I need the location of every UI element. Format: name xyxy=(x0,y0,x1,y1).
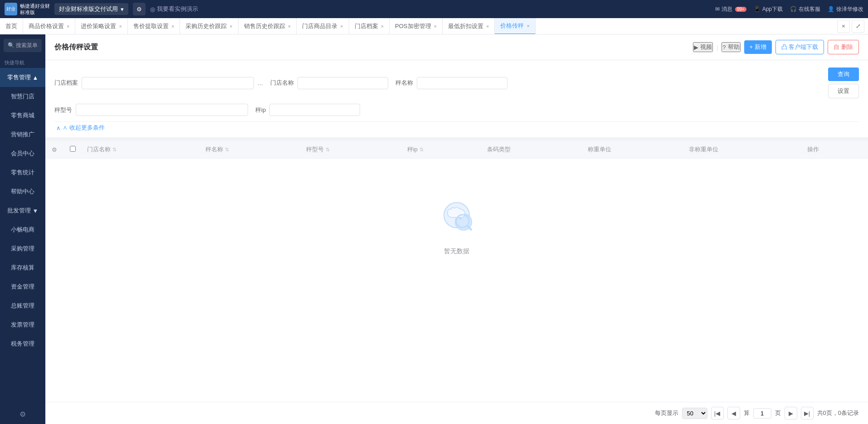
sidebar-item-label: 智慧门店 xyxy=(11,92,34,101)
tab-price-transfer[interactable]: 价格传秤 × xyxy=(495,18,535,34)
scale-name-input[interactable] xyxy=(417,77,507,89)
app-download-button[interactable]: 📱 App下载 xyxy=(754,5,783,13)
th-store-name: 门店名称 ⇅ xyxy=(82,141,200,159)
sidebar-item-label: 零售管理 xyxy=(7,73,31,82)
sort-scale-ip-icon[interactable]: ⇅ xyxy=(419,147,424,153)
sidebar-item-ledger[interactable]: 总账管理 xyxy=(0,296,45,315)
sidebar-item-label: 会员中心 xyxy=(11,149,34,158)
question-icon: ? xyxy=(722,44,726,51)
sidebar-item-help[interactable]: 帮助中心 xyxy=(0,182,45,201)
sidebar-item-mini-ec[interactable]: 小畅电商 xyxy=(0,220,45,239)
sidebar-item-finance[interactable]: 资金管理 xyxy=(0,277,45,296)
sidebar-item-label: 零售统计 xyxy=(11,169,34,177)
page-unit-label: 页 xyxy=(775,409,781,417)
page-number-input[interactable] xyxy=(753,408,771,419)
sidebar-item-label: 库存核算 xyxy=(11,264,34,272)
sidebar-item-inventory[interactable]: 库存核算 xyxy=(0,258,45,277)
tab-close-purchase-strategy[interactable]: × xyxy=(119,24,122,29)
tab-store-profile[interactable]: 门店档案 × xyxy=(349,18,390,34)
tab-pos-security[interactable]: POS加密管理 × xyxy=(390,18,443,34)
sort-scale-model-icon[interactable]: ⇅ xyxy=(326,147,330,153)
tab-purchase-history[interactable]: 采购历史价跟踪 × xyxy=(180,18,238,34)
tab-close-sale-extract[interactable]: × xyxy=(171,24,174,29)
top-right-area: ✉ 消息 99+ 📱 App下载 🎧 在线客服 👤 徐泽华修改 xyxy=(715,5,863,13)
sort-scale-name-icon[interactable]: ⇅ xyxy=(225,147,229,153)
online-service-button[interactable]: 🎧 在线客服 xyxy=(790,5,820,13)
first-page-button[interactable]: |◀ xyxy=(711,407,724,419)
empty-text: 暂无数据 xyxy=(444,247,469,255)
add-button[interactable]: + 新增 xyxy=(744,40,772,54)
sidebar-item-retail-mall[interactable]: 零售商城 xyxy=(0,106,45,125)
sidebar-settings-button[interactable]: ⚙ xyxy=(0,405,45,424)
last-page-button[interactable]: ▶| xyxy=(801,407,814,419)
empty-icon xyxy=(434,195,479,240)
scale-model-label: 秤型号 xyxy=(54,106,72,114)
first-page-icon: |◀ xyxy=(714,410,720,417)
sidebar-item-label: 资金管理 xyxy=(11,283,34,291)
demo-button[interactable]: ◎ 我要看实例演示 xyxy=(150,5,198,13)
settings-icon[interactable]: ⚙ xyxy=(133,3,146,15)
sidebar-item-purchase[interactable]: 采购管理 xyxy=(0,239,45,258)
video-button[interactable]: ▶ 视频 xyxy=(693,42,713,52)
tab-sale-history[interactable]: 销售历史价跟踪 × xyxy=(239,18,297,34)
sidebar-item-label: 营销推广 xyxy=(11,130,34,139)
sidebar-item-retail[interactable]: 零售管理 ▲ xyxy=(0,68,45,87)
query-button[interactable]: 查询 xyxy=(828,67,859,81)
tab-close-pos-security[interactable]: × xyxy=(434,24,437,29)
tab-close-price-settings[interactable]: × xyxy=(67,24,69,29)
tab-close-sale-history[interactable]: × xyxy=(288,24,291,29)
filter-scale-name: 秤名称 xyxy=(395,77,507,89)
tab-close-store-catalog[interactable]: × xyxy=(340,24,343,29)
filter-row-2: 秤型号 秤ip xyxy=(54,104,859,116)
message-button[interactable]: ✉ 消息 99+ xyxy=(715,5,746,13)
sidebar-item-tax[interactable]: 税务管理 xyxy=(0,334,45,353)
th-weight-unit: 称重单位 xyxy=(582,141,683,159)
store-profile-input[interactable] xyxy=(82,77,254,89)
sort-store-name-icon[interactable]: ⇅ xyxy=(112,147,117,153)
scale-ip-input[interactable] xyxy=(269,104,360,116)
sidebar-nav-label: 快捷导航 xyxy=(0,57,45,68)
next-page-button[interactable]: ▶ xyxy=(785,407,797,419)
filter-scale-model: 秤型号 xyxy=(54,104,248,116)
store-name-input[interactable] xyxy=(297,77,388,89)
sidebar-item-smart-store[interactable]: 智慧门店 xyxy=(0,87,45,106)
gear-icon[interactable]: ⚙ xyxy=(52,146,57,153)
sidebar: 🔍 搜索菜单 快捷导航 零售管理 ▲ 智慧门店 零售商城 营销推广 会员中心 零… xyxy=(0,34,45,424)
tab-close-purchase-history[interactable]: × xyxy=(229,24,232,29)
set-button[interactable]: 设置 xyxy=(828,84,859,98)
tab-close-store-profile[interactable]: × xyxy=(381,24,384,29)
sidebar-item-marketing[interactable]: 营销推广 xyxy=(0,125,45,144)
sidebar-item-label: 零售商城 xyxy=(11,111,34,120)
tab-home[interactable]: 首页 xyxy=(0,18,23,34)
tab-sale-extract[interactable]: 售价提取设置 × xyxy=(128,18,180,34)
tab-store-catalog[interactable]: 门店商品目录 × xyxy=(297,18,349,34)
tab-close-min-discount[interactable]: × xyxy=(486,24,489,29)
scale-model-input[interactable] xyxy=(76,104,248,116)
tab-min-discount[interactable]: 最低折扣设置 × xyxy=(443,18,495,34)
sidebar-item-invoice[interactable]: 发票管理 xyxy=(0,315,45,334)
scale-ip-label: 秤ip xyxy=(255,106,266,114)
main-layout: 🔍 搜索菜单 快捷导航 零售管理 ▲ 智慧门店 零售商城 营销推广 会员中心 零… xyxy=(0,34,868,424)
per-page-select[interactable]: 50 10 20 100 xyxy=(682,408,707,419)
close-tab-button[interactable]: × xyxy=(837,20,850,33)
prev-page-button[interactable]: ◀ xyxy=(727,407,740,419)
tab-price-settings[interactable]: 商品价格设置 × xyxy=(23,18,75,34)
version-selector[interactable]: 好业财标准版交付试用 ▾ xyxy=(54,3,128,15)
select-all-checkbox[interactable] xyxy=(70,146,76,152)
tab-close-price-transfer[interactable]: × xyxy=(527,23,529,29)
sidebar-search-button[interactable]: 🔍 搜索菜单 xyxy=(4,39,42,52)
total-info: 共0页，0条记录 xyxy=(817,409,859,417)
download-icon: 📱 xyxy=(754,6,761,12)
user-menu[interactable]: 👤 徐泽华修改 xyxy=(828,5,863,13)
expand-tab-button[interactable]: ⤢ xyxy=(852,20,864,33)
collapse-button[interactable]: ∧ ∧ 收起更多条件 xyxy=(56,124,105,132)
help-button[interactable]: ? 帮助 xyxy=(722,42,740,52)
sidebar-item-label: 批发管理 xyxy=(7,207,31,215)
store-profile-dots-button[interactable]: ... xyxy=(258,79,263,87)
sidebar-item-member[interactable]: 会员中心 xyxy=(0,144,45,163)
delete-button[interactable]: 自 删除 xyxy=(828,40,859,54)
sidebar-item-wholesale[interactable]: 批发管理 ▼ xyxy=(0,201,45,220)
sidebar-item-retail-stats[interactable]: 零售统计 xyxy=(0,163,45,182)
tab-purchase-strategy[interactable]: 进价策略设置 × xyxy=(75,18,127,34)
client-download-button[interactable]: 凸 客户端下载 xyxy=(775,40,824,54)
